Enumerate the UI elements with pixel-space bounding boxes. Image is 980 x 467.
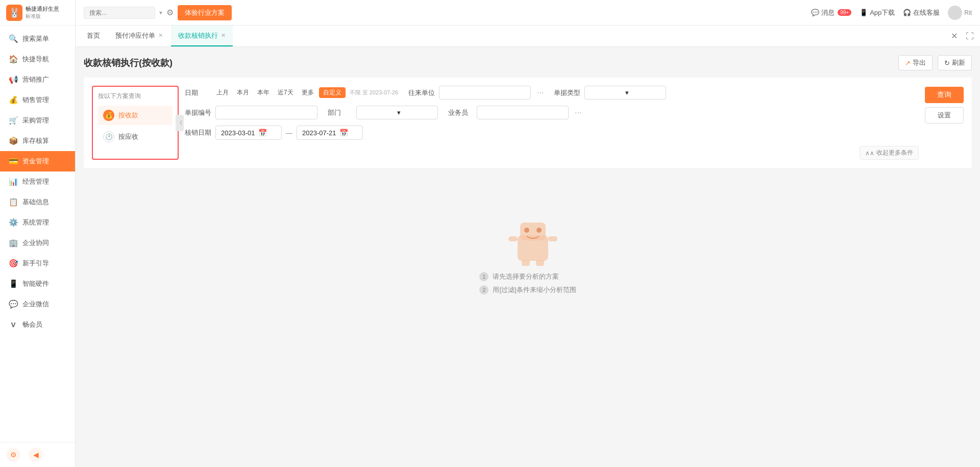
enterprise-icon: 🏢	[8, 238, 18, 248]
writeoff-date-label: 核销日期	[185, 128, 211, 137]
tab-receipt-close-icon[interactable]: ✕	[221, 32, 226, 39]
receipt-icon: 💰	[103, 110, 114, 121]
inventory-icon: 📦	[8, 136, 18, 146]
dept-label: 部门	[328, 108, 352, 117]
purchase-icon: 🛒	[8, 115, 18, 126]
writeoff-date-to[interactable]: 2023-07-21 📅	[297, 126, 363, 140]
filter-field-dept: 部门 ▾	[328, 106, 438, 119]
settings-bottom-icon[interactable]: ⚙	[6, 448, 20, 462]
counterpart-input[interactable]	[439, 86, 531, 100]
sidebar-item-system[interactable]: ⚙️ 系统管理	[0, 212, 75, 233]
sidebar-item-wechat[interactable]: 💬 企业微信	[0, 294, 75, 314]
collapse-more-button[interactable]: ∧∧ 收起更多条件	[860, 146, 919, 160]
app-icon: 📱	[860, 9, 868, 16]
sidebar-item-hardware[interactable]: 📱 智能硬件	[0, 274, 75, 294]
user-item[interactable]: Rit	[948, 6, 972, 20]
tab-home[interactable]: 首页	[80, 26, 107, 46]
staff-dots-icon[interactable]: ···	[575, 108, 581, 117]
sidebar-item-finance[interactable]: 💳 资金管理	[0, 151, 75, 171]
online-service-item[interactable]: 🎧 在线客服	[903, 8, 940, 17]
collapse-more-icon: ∧∧	[865, 150, 874, 157]
tab-prepay[interactable]: 预付冲应付单 ✕	[108, 26, 170, 46]
doctype-select[interactable]: ▾	[584, 86, 666, 100]
sidebar-item-member[interactable]: V 畅会员	[0, 314, 75, 335]
header-search-input[interactable]	[84, 7, 155, 19]
filter-panel-collapse-arrow[interactable]: 《	[176, 115, 184, 131]
username: Rit	[964, 9, 972, 16]
export-button[interactable]: ↗ 导出	[898, 55, 933, 70]
svg-rect-6	[508, 236, 518, 241]
header-right: 💬 消息 99+ 📱 App下载 🎧 在线客服 Rit	[811, 6, 972, 20]
date-opt-last-month[interactable]: 上月	[213, 87, 232, 98]
dept-select[interactable]: ▾	[356, 106, 438, 119]
filter-right-panel: 日期 上月 本月 本年 近7天 更多 自定义 不限 至 2023-07-26	[185, 86, 964, 160]
query-button[interactable]: 查询	[925, 87, 964, 103]
counterpart-dots-icon[interactable]: ···	[537, 88, 544, 97]
docnum-input[interactable]	[215, 106, 317, 119]
tab-receipt[interactable]: 收款核销执行 ✕	[171, 26, 233, 46]
tab-fullscreen-icon[interactable]: ⛶	[964, 30, 976, 43]
header-gear-icon[interactable]: ⚙	[166, 8, 174, 17]
svg-rect-4	[522, 260, 530, 266]
date-opt-custom[interactable]: 自定义	[319, 87, 346, 98]
app-download-item[interactable]: 📱 App下载	[860, 8, 895, 17]
svg-point-2	[524, 228, 529, 233]
sidebar-item-operation[interactable]: 📊 经营管理	[0, 171, 75, 192]
filter-option-receivable[interactable]: 🕐 按应收	[98, 127, 173, 146]
message-icon: 💬	[811, 9, 819, 16]
sidebar-item-enterprise[interactable]: 🏢 企业协同	[0, 233, 75, 253]
sidebar-item-basic[interactable]: 📋 基础信息	[0, 192, 75, 212]
date-range-separator: —	[286, 129, 292, 137]
sidebar-item-shortcut[interactable]: 🏠 快捷导航	[0, 49, 75, 69]
calendar-from-icon[interactable]: 📅	[258, 129, 267, 137]
tab-close-action-icon[interactable]: ✕	[949, 29, 960, 43]
guide-icon: 🎯	[8, 258, 18, 268]
top-header: ▾ ⚙ 体验行业方案 💬 消息 99+ 📱 App下载 🎧 在线客服 Rit	[76, 0, 980, 26]
finance-icon: 💳	[8, 156, 18, 166]
empty-hint-1: 1 请先选择要分析的方案	[479, 272, 576, 281]
sidebar-item-guide[interactable]: 🎯 新手引导	[0, 253, 75, 274]
staff-label: 业务员	[448, 108, 473, 117]
sidebar-bottom: ⚙ ◀	[0, 442, 75, 467]
date-options: 上月 本月 本年 近7天 更多 自定义	[213, 87, 346, 98]
sales-icon: 💰	[8, 95, 18, 105]
header-chevron-icon[interactable]: ▾	[159, 9, 162, 16]
page-header: 收款核销执行(按收款) ↗ 导出 ↻ 刷新	[84, 55, 972, 70]
sidebar-item-search[interactable]: 🔍 搜索菜单	[0, 29, 75, 49]
svg-point-3	[536, 228, 542, 233]
filter-option-receipt[interactable]: 💰 按收款	[98, 106, 173, 125]
page-header-actions: ↗ 导出 ↻ 刷新	[898, 55, 972, 70]
sidebar-logo: 🐰 畅捷通好生意 标准版	[0, 0, 75, 26]
date-opt-7days[interactable]: 近7天	[275, 87, 297, 98]
counterpart-label: 往来单位	[408, 88, 435, 97]
sidebar-item-inventory[interactable]: 📦 库存核算	[0, 131, 75, 151]
setting-button[interactable]: 设置	[925, 107, 964, 124]
sidebar-item-marketing[interactable]: 📢 营销推广	[0, 69, 75, 90]
date-opt-this-month[interactable]: 本月	[234, 87, 252, 98]
date-opt-more[interactable]: 更多	[299, 87, 317, 98]
date-range-text: 不限 至 2023-07-26	[350, 89, 398, 96]
search-nav-icon: 🔍	[8, 34, 18, 44]
sidebar-item-sales[interactable]: 💰 销售管理	[0, 90, 75, 110]
date-label: 日期	[185, 88, 209, 97]
industry-solution-button[interactable]: 体验行业方案	[178, 5, 232, 20]
message-item[interactable]: 💬 消息 99+	[811, 8, 851, 17]
date-opt-this-year[interactable]: 本年	[254, 87, 273, 98]
refresh-button[interactable]: ↻ 刷新	[938, 55, 972, 70]
sidebar: 🐰 畅捷通好生意 标准版 🔍 搜索菜单 🏠 快捷导航 📢 营销推广 💰 销售管理…	[0, 0, 76, 467]
writeoff-date-from[interactable]: 2023-03-01 📅	[215, 126, 282, 140]
collapse-sidebar-icon[interactable]: ◀	[29, 448, 43, 462]
staff-input[interactable]	[477, 106, 569, 119]
main-area: ▾ ⚙ 体验行业方案 💬 消息 99+ 📱 App下载 🎧 在线客服 Rit	[76, 0, 980, 467]
system-icon: ⚙️	[8, 217, 18, 228]
avatar	[948, 6, 962, 20]
calendar-to-icon[interactable]: 📅	[339, 129, 348, 137]
service-icon: 🎧	[903, 9, 911, 16]
tab-prepay-close-icon[interactable]: ✕	[158, 32, 163, 39]
basic-icon: 📋	[8, 197, 18, 207]
filter-left-panel: 按以下方案查询 💰 按收款 🕐 按应收 《	[92, 86, 179, 160]
svg-rect-7	[548, 236, 557, 241]
filter-row-bottom: ∧∧ 收起更多条件	[185, 146, 919, 160]
empty-state: 1 请先选择要分析的方案 2 用[过滤]条件来缩小分析范围	[84, 174, 972, 315]
sidebar-item-purchase[interactable]: 🛒 采购管理	[0, 110, 75, 131]
